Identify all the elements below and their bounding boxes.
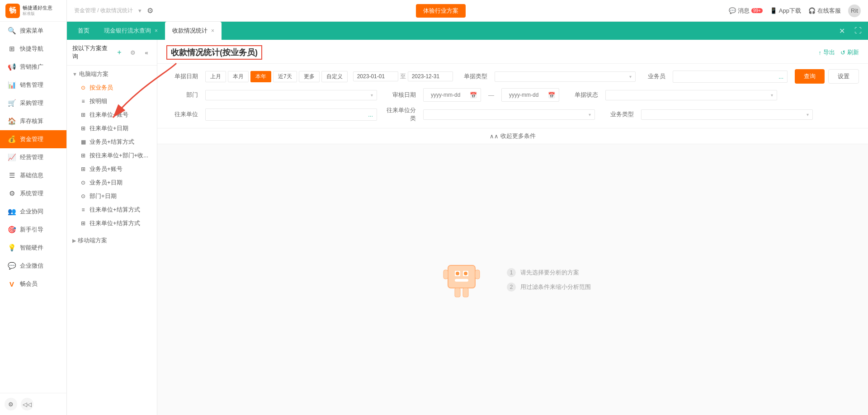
counterpart-more-btn[interactable]: ... (368, 111, 373, 118)
sidebar-item-hardware[interactable]: 💡 智能硬件 (0, 239, 66, 257)
scheme-item-sales-settlement[interactable]: ▦ 业务员+结算方式 (67, 135, 157, 149)
date-btn-custom[interactable]: 自定义 (321, 71, 348, 82)
review-to-input[interactable] (505, 90, 546, 99)
close-window-btn[interactable]: ✕ (835, 24, 848, 37)
counterpart-cat-select[interactable]: ▾ (423, 109, 595, 120)
scheme-settings-btn[interactable]: ⚙ (128, 47, 138, 57)
export-btn[interactable]: ↑ 导出 (819, 48, 835, 57)
review-from-input[interactable] (427, 90, 468, 99)
user-avatar[interactable]: Rit (848, 5, 861, 17)
sidebar-item-inventory[interactable]: 🏠 库存核算 (0, 112, 66, 130)
settings-btn[interactable]: 设置 (828, 69, 859, 84)
sidebar-item-guide[interactable]: 🎯 新手引导 (0, 221, 66, 239)
scheme-item-partner-account[interactable]: ⊞ 往来单位+账号 (67, 108, 157, 122)
sidebar-item-system[interactable]: ⚙ 系统管理 (0, 184, 66, 203)
tab-cashflow-close-icon[interactable]: × (155, 28, 158, 34)
salesperson-more-btn[interactable]: ... (778, 73, 783, 80)
scheme-item-dept-date[interactable]: ⊙ 部门+日期 (67, 189, 157, 203)
collapse-bar[interactable]: ∧∧ 收起更多条件 (157, 128, 868, 144)
empty-illustration (434, 252, 489, 307)
collapse-footer-btn[interactable]: ◁◁ (21, 398, 33, 410)
biz-type-label: 业务类型 (602, 110, 634, 118)
app-download-btn[interactable]: 📱 App下载 (770, 7, 801, 15)
empty-step-1: 1 请先选择要分析的方案 (507, 268, 591, 277)
tab-collection-close-icon[interactable]: × (211, 28, 214, 34)
sidebar-item-collab[interactable]: 👥 企业协同 (0, 203, 66, 221)
pc-scheme-title[interactable]: ▼ 电脑端方案 (67, 67, 157, 81)
query-btn[interactable]: 查询 (795, 69, 825, 84)
member-icon: V (7, 279, 16, 288)
scheme-item-partner-settle2[interactable]: ⊞ 往来单位+结算方式 (67, 217, 157, 230)
date-label: 单据日期 (166, 72, 198, 80)
date-btn-more[interactable]: 更多 (299, 71, 320, 82)
refresh-btn[interactable]: ↺ 刷新 (840, 48, 859, 57)
scheme-item-partner-dept[interactable]: ⊞ 按往来单位+部门+收... (67, 149, 157, 162)
sidebar-item-sales[interactable]: 📊 销售管理 (0, 76, 66, 94)
topbar-center: 体验行业方案 (416, 4, 466, 18)
dept-select[interactable]: ▾ (205, 90, 377, 100)
mobile-scheme-title[interactable]: ▶ 移动端方案 (67, 234, 157, 247)
scheme-item-label: 往来单位+结算方式 (90, 219, 140, 227)
sidebar-item-marketing[interactable]: 📢 营销推广 (0, 58, 66, 76)
scheme-item-sales-account[interactable]: ⊞ 业务员+账号 (67, 162, 157, 176)
sidebar-item-basic[interactable]: ☰ 基础信息 (0, 166, 66, 184)
empty-steps: 1 请先选择要分析的方案 2 用过滤条件来缩小分析范围 (507, 268, 591, 292)
right-panel: 收款情况统计(按业务员) ↑ 导出 ↺ 刷新 单据日期 (157, 40, 868, 415)
calendar-icon[interactable]: 📅 (470, 92, 477, 99)
date-btn-this-year[interactable]: 本年 (250, 71, 271, 82)
logo-area: 畅 畅捷通好生意 标准版 (0, 0, 66, 22)
tab-cashflow[interactable]: 现金银行流水查询 × (97, 22, 165, 40)
tab-home[interactable]: 首页 (71, 22, 97, 40)
date-from-input[interactable] (353, 71, 398, 81)
date-btn-7days[interactable]: 近7天 (273, 71, 297, 82)
scheme-item-partner-settle1[interactable]: ≡ 往来单位+结算方式 (67, 203, 157, 217)
calendar-icon2[interactable]: 📅 (548, 92, 555, 99)
sidebar-item-member[interactable]: V 畅会员 (0, 275, 66, 293)
collab-icon: 👥 (7, 207, 16, 216)
sidebar-item-label: 企业协同 (20, 208, 43, 216)
biz-type-select[interactable]: ▾ (641, 109, 813, 120)
chevron-down-icon: ▾ (807, 112, 809, 117)
add-scheme-btn[interactable]: + (114, 47, 124, 57)
date-sep: 至 (400, 72, 406, 80)
sidebar-item-search[interactable]: 🔍 搜索菜单 (0, 22, 66, 40)
arrow-right-icon: ▶ (72, 238, 76, 244)
online-service-btn[interactable]: 🎧 在线客服 (808, 7, 841, 15)
scheme-item-partner-date[interactable]: ⊞ 往来单位+日期 (67, 122, 157, 135)
scheme-item-detail[interactable]: ≡ 按明细 (67, 94, 157, 108)
sidebar-item-label: 采购管理 (20, 99, 43, 107)
sales-account-icon: ⊞ (80, 165, 87, 173)
category-select[interactable]: ▾ (495, 71, 636, 82)
doc-status-label: 单据状态 (566, 91, 598, 99)
svg-rect-6 (455, 288, 460, 297)
sidebar-item-label: 库存核算 (20, 117, 43, 125)
date-btn-this-month[interactable]: 本月 (228, 71, 249, 82)
pc-scheme-label: 电脑端方案 (79, 70, 108, 78)
export-label: 导出 (823, 48, 835, 57)
tabbar: 首页 现金银行流水查询 × 收款情况统计 × ✕ ⛶ (67, 22, 868, 40)
sidebar-item-wechat[interactable]: 💬 企业微信 (0, 257, 66, 275)
salesperson-select[interactable]: ... (673, 71, 788, 83)
collapse-panel-btn[interactable]: « (142, 47, 151, 57)
message-btn[interactable]: 💬 消息 99+ (729, 7, 763, 15)
tab-collection[interactable]: 收款情况统计 × (165, 22, 222, 40)
date-btn-last-month[interactable]: 上月 (205, 71, 226, 82)
sidebar-item-purchase[interactable]: 🛒 采购管理 (0, 94, 66, 112)
topbar-down-icon[interactable]: ▾ (138, 7, 142, 14)
sidebar-item-quicknav[interactable]: ⊞ 快捷导航 (0, 40, 66, 58)
sidebar-nav: 🔍 搜索菜单 ⊞ 快捷导航 📢 营销推广 📊 销售管理 🛒 采购管理 🏠 库存核… (0, 22, 66, 393)
counterpart-select[interactable]: ... (205, 108, 377, 121)
settings-footer-btn[interactable]: ⚙ (5, 398, 17, 410)
sidebar-item-finance[interactable]: 💰 资金管理 (0, 130, 66, 148)
maximize-btn[interactable]: ⛶ (852, 24, 864, 37)
download-icon: 📱 (770, 7, 777, 14)
sidebar-item-management[interactable]: 📈 经营管理 (0, 148, 66, 166)
topbar-gear-icon[interactable]: ⚙ (147, 6, 153, 15)
trial-btn[interactable]: 体验行业方案 (416, 4, 466, 18)
date-to-input[interactable] (408, 71, 453, 81)
scheme-item-salesperson[interactable]: ⊙ 按业务员 (67, 81, 157, 94)
counterpart-cat-label: 往来单位分类 (384, 106, 416, 123)
user-name: Rit (851, 7, 858, 14)
scheme-item-sales-date[interactable]: ⊙ 业务员+日期 (67, 176, 157, 189)
doc-status-select[interactable]: ▾ (605, 90, 777, 100)
